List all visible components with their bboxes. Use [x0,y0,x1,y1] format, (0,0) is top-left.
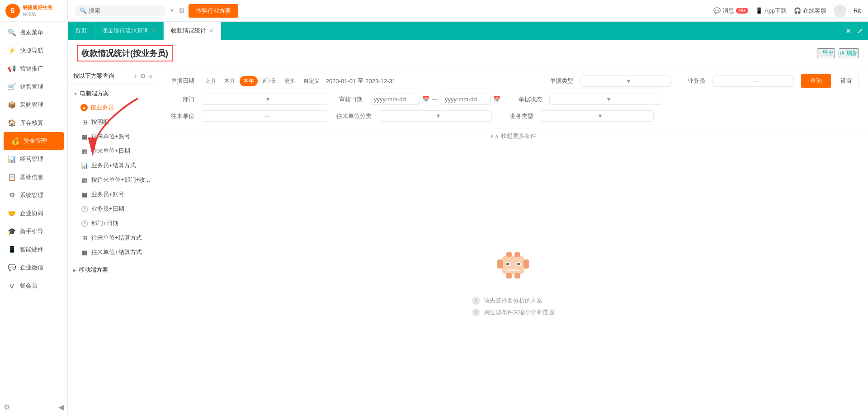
sidebar-item-purchase[interactable]: 📦采购管理 [0,96,67,114]
trial-button[interactable]: 体验行业方案 [189,4,238,18]
collapse-button[interactable]: ∧∧ 收起更多条件 [158,128,868,144]
sidebar-item-member[interactable]: V畅会员 [0,277,67,295]
sidebar-item-sales[interactable]: 🛒销售管理 [0,78,67,96]
date-filter-control: 上月 本月 本年 近7天 更多 自定义 2023-01-01 至 2023-12… [202,76,539,86]
sidebar-item-inventory[interactable]: 🏠库存核算 [0,114,67,132]
operation-icon: 📊 [7,155,16,164]
voucher-type-select[interactable]: ▼ [580,75,671,87]
partner-category-select[interactable]: ▼ [379,110,492,122]
scheme-item-partner-date[interactable]: ▦ 往来单位+日期 [68,144,158,158]
audit-date-start-icon: 📅 [422,96,429,103]
tab-home[interactable]: 首页 [68,22,94,40]
salesperson-more[interactable]: ··· [752,78,788,85]
date-tab-this-year[interactable]: 本年 [240,76,258,86]
salesperson-select[interactable]: ··· [712,75,794,87]
set-button[interactable]: 设置 [834,74,859,88]
tab-bank-flow[interactable]: 现金银行流水查询 ✕ [94,22,164,40]
dept-arrow: ▼ [265,96,324,103]
tip-text-1: 请先选择要分析的方案 [484,297,542,305]
empty-tip-1: 1 请先选择要分析的方案 [472,297,554,305]
tab-close-all-icon[interactable]: ✕ [845,27,851,35]
scheme-settings-btn[interactable]: ⚙ [140,72,146,80]
sidebar-item-label: 采购管理 [20,101,43,109]
export-button[interactable]: ↑ 导出 [817,48,835,58]
sidebar-nav: 🔍搜索菜单⚡快捷导航📢营销推广🛒销售管理📦采购管理🏠库存核算💰资金管理📊经营管理… [0,22,67,399]
audit-date-end[interactable] [441,94,491,105]
scheme-item-partner-method2[interactable]: ▦ 往来单位+结算方式 [68,245,158,259]
audit-date-start[interactable] [370,94,420,105]
clock-icon: 🕐 [80,205,89,213]
partner-more-icon[interactable]: ··· [265,113,324,119]
tab-collection-stats[interactable]: 收款情况统计 ✕ [164,22,221,40]
tab-bank-flow-close[interactable]: ✕ [151,28,156,34]
date-tab-more[interactable]: 更多 [281,76,299,86]
scheme-item-salesperson-date[interactable]: 🕐 业务员+日期 [68,202,158,216]
top-bar-right: 💬 消息 99+ 📱 App下载 🎧 在线客服 Rit [713,5,861,17]
voucher-status-select[interactable]: ▼ [549,94,662,105]
partner-select[interactable]: ··· [202,110,328,122]
scheme-collapse-btn[interactable]: « [149,72,152,80]
search-input[interactable] [89,7,161,14]
scheme-add-btn[interactable]: + [134,72,137,80]
sidebar-item-label: 营销推广 [20,65,43,73]
filter-section: 单据日期 上月 本月 本年 近7天 更多 自定义 2023- [158,67,868,128]
table-icon: ▦ [80,248,89,256]
date-end: 2023-12-31 [365,78,396,85]
sidebar-bottom: ⚙ ◀ [0,399,67,415]
table-icon: ▦ [80,190,89,198]
voucher-type-label: 单据类型 [546,77,573,85]
app-download-area[interactable]: 📱 App下载 [755,7,787,15]
dropdown-icon[interactable]: ▼ [169,7,175,14]
sidebar-item-finance[interactable]: 💰资金管理 [4,132,64,150]
tab-collection-stats-close[interactable]: ✕ [209,28,213,34]
finance-icon: 💰 [11,137,20,146]
sidebar-item-enterprise[interactable]: 🤝企业协同 [0,204,67,222]
sidebar-item-marketing[interactable]: 📢营销推广 [0,60,67,78]
table-icon: ▦ [80,132,89,141]
filter-row-3: 往来单位 ··· 往来单位分类 ▼ 业务类型 ▼ [167,110,859,122]
scheme-item-by-detail[interactable]: ⊞ 按明细 [68,115,158,129]
sidebar-item-label: 系统管理 [20,191,43,199]
scheme-section-mobile-header[interactable]: ▶ 移动端方案 [68,263,158,277]
sidebar-item-search[interactable]: 🔍搜索菜单 [0,24,67,42]
scheme-item-partner-dept[interactable]: ▦ 按往来单位+部门+收... [68,173,158,187]
scheme-item-partner-method1[interactable]: ⊞ 往来单位+结算方式 [68,231,158,245]
user-avatar[interactable] [834,5,846,17]
scheme-section-desktop-header[interactable]: ▼ 电脑端方案 [68,87,158,100]
scheme-section-mobile: ▶ 移动端方案 [68,261,158,278]
sidebar-item-operation[interactable]: 📊经营管理 [0,150,67,168]
sidebar-item-wechat[interactable]: 💬企业微信 [0,259,67,277]
sidebar-collapse-icon[interactable]: ◀ [58,403,64,411]
scheme-item-salesperson-account[interactable]: ▦ 业务员+账号 [68,187,158,202]
date-tab-custom[interactable]: 自定义 [300,76,323,86]
query-button[interactable]: 查询 [801,74,831,88]
business-type-select[interactable]: ▼ [541,110,654,122]
tab-maximize-icon[interactable]: ⤢ [857,27,863,35]
svg-rect-2 [514,252,520,257]
sidebar-item-hardware[interactable]: 📱智能硬件 [0,241,67,259]
online-service-area[interactable]: 🎧 在线客服 [794,7,826,15]
scheme-item-by-salesperson[interactable]: ● 按业务员 [68,100,158,115]
scheme-item-label: 往来单位+结算方式 [91,248,142,256]
page-actions: ↑ 导出 ↺ 刷新 [817,48,859,58]
sidebar-item-label: 经营管理 [20,155,43,163]
date-tab-last-month[interactable]: 上月 [202,76,220,86]
search-area[interactable]: 🔍 [75,5,165,16]
scheme-item-salesperson-method[interactable]: 📊 业务员+结算方式 [68,158,158,173]
scheme-item-partner-account[interactable]: ▦ 往来单位+账号 [68,129,158,144]
message-area[interactable]: 💬 消息 99+ [713,7,748,15]
sidebar-item-basic[interactable]: 📋基础信息 [0,168,67,186]
purchase-icon: 📦 [7,100,16,109]
sidebar-item-quick-nav[interactable]: ⚡快捷导航 [0,42,67,60]
search-icon: 🔍 [80,7,87,14]
sidebar-item-system[interactable]: ⚙系统管理 [0,186,67,204]
scheme-item-dept-date[interactable]: 🕐 部门+日期 [68,216,158,231]
date-tab-this-month[interactable]: 本月 [221,76,239,86]
dept-select[interactable]: ▼ [202,94,328,105]
refresh-button[interactable]: ↺ 刷新 [839,48,859,58]
sidebar-item-guide[interactable]: 🎓新手引导 [0,222,67,241]
search-icon: 🔍 [7,28,16,37]
sidebar-settings-icon[interactable]: ⚙ [4,403,10,411]
date-tab-7days[interactable]: 近7天 [259,76,280,86]
settings-icon[interactable]: ⚙ [179,6,185,15]
